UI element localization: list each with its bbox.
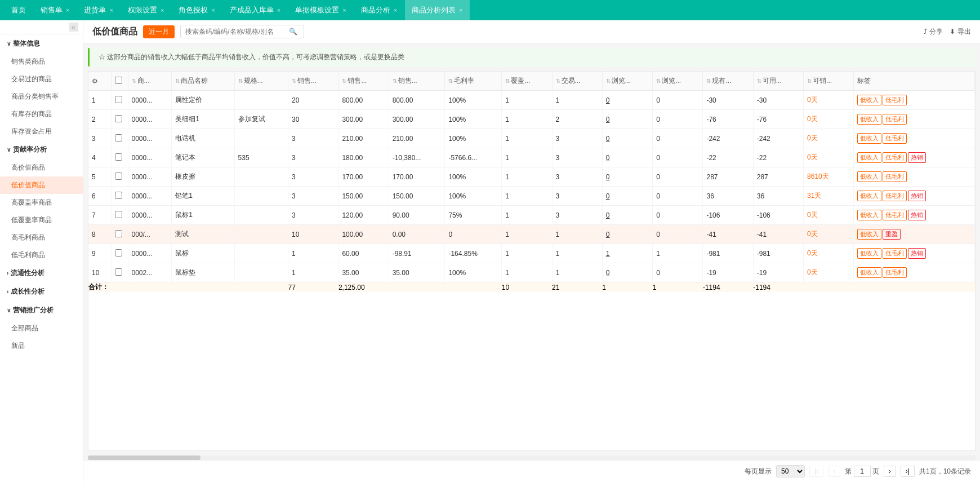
close-icon[interactable]: ×	[277, 7, 280, 14]
nav-inventory[interactable]: 产成品入库单 ×	[223, 0, 287, 20]
row-select-checkbox[interactable]	[115, 173, 122, 180]
row-views1[interactable]: 0	[602, 206, 652, 225]
select-all-checkbox[interactable]	[115, 77, 122, 84]
sidebar-collapse-button[interactable]: «	[69, 23, 78, 32]
gear-icon[interactable]: ⚙	[92, 77, 98, 85]
col-sales-qty[interactable]: ⇅销售...	[288, 72, 338, 91]
nav-permissions[interactable]: 权限设置 ×	[121, 0, 171, 20]
sidebar-item-stock-products[interactable]: 有库存的商品	[0, 105, 83, 123]
close-icon[interactable]: ×	[342, 7, 346, 14]
sidebar-item-stock-capital[interactable]: 库存资金占用	[0, 123, 83, 140]
page-size-select[interactable]: 50 100 200	[776, 465, 805, 477]
row-views1[interactable]: 0	[602, 167, 652, 187]
sidebar-item-sales-products[interactable]: 销售类商品	[0, 53, 83, 70]
page-number-input[interactable]	[854, 466, 871, 477]
last-page-button[interactable]: ›|	[901, 466, 915, 477]
col-sales-amt2[interactable]: ⇅销售...	[389, 72, 445, 91]
row-checkbox[interactable]	[111, 244, 128, 263]
row-views1[interactable]: 0	[602, 187, 652, 206]
row-checkbox[interactable]	[111, 148, 128, 167]
sidebar-group-contribution[interactable]: ∨ 贡献率分析	[0, 140, 83, 159]
nav-templates[interactable]: 单据模板设置 ×	[288, 0, 353, 20]
sidebar-item-high-coverage[interactable]: 高覆盖率商品	[0, 194, 83, 211]
sidebar-item-low-profit[interactable]: 低毛利商品	[0, 246, 83, 264]
views-link[interactable]: 0	[606, 211, 610, 219]
row-views1[interactable]: 1	[602, 244, 652, 263]
row-checkbox[interactable]	[111, 129, 128, 148]
row-select-checkbox[interactable]	[115, 134, 122, 141]
share-button[interactable]: ⤴ 分享	[924, 27, 943, 37]
first-page-button[interactable]: |‹	[809, 466, 823, 477]
prev-page-button[interactable]: ‹	[828, 466, 840, 477]
export-button[interactable]: ⬇ 导出	[950, 27, 971, 37]
sidebar-item-new-products[interactable]: 新品	[0, 337, 83, 355]
col-stock-avail[interactable]: ⇅可用...	[753, 72, 803, 91]
views-link[interactable]: 0	[606, 231, 610, 238]
row-views1[interactable]: 0	[602, 225, 652, 244]
sidebar-item-high-profit[interactable]: 高毛利商品	[0, 229, 83, 246]
row-views1[interactable]: 0	[602, 129, 652, 148]
nav-home[interactable]: 首页	[5, 0, 33, 20]
row-views1[interactable]: 0	[602, 148, 652, 167]
search-input[interactable]	[185, 28, 287, 36]
col-settings[interactable]: ⚙	[88, 72, 111, 91]
sidebar-item-traded-products[interactable]: 交易过的商品	[0, 70, 83, 88]
row-select-checkbox[interactable]	[115, 249, 122, 257]
views-link[interactable]: 0	[606, 192, 610, 200]
row-views1[interactable]: 0	[602, 91, 652, 110]
row-views1[interactable]: 0	[602, 110, 652, 129]
close-icon[interactable]: ×	[66, 7, 69, 14]
sidebar-item-high-value[interactable]: 高价值商品	[0, 159, 83, 176]
row-checkbox[interactable]	[111, 91, 128, 110]
col-gross-rate[interactable]: ⇅毛利率	[445, 72, 502, 91]
views-link[interactable]: 0	[606, 269, 610, 277]
row-select-checkbox[interactable]	[115, 230, 122, 237]
row-checkbox[interactable]	[111, 110, 128, 129]
views-link[interactable]: 0	[606, 135, 610, 143]
filter-button[interactable]: 近一月	[143, 25, 175, 38]
col-views2[interactable]: ⇅浏览...	[653, 72, 703, 91]
row-views1[interactable]: 0	[602, 263, 652, 282]
next-page-button[interactable]: ›	[884, 466, 896, 477]
nav-roles[interactable]: 角色授权 ×	[172, 0, 221, 20]
row-checkbox[interactable]	[111, 167, 128, 187]
row-select-checkbox[interactable]	[115, 268, 122, 276]
close-icon[interactable]: ×	[211, 7, 215, 14]
col-name[interactable]: ⇅商品名称	[172, 72, 234, 91]
col-transactions[interactable]: ⇅交易...	[552, 72, 602, 91]
nav-product-analysis-list[interactable]: 商品分析列表 ×	[405, 0, 469, 20]
row-select-checkbox[interactable]	[115, 96, 122, 103]
sidebar-group-overall[interactable]: ∨ 整体信息	[0, 34, 83, 53]
nav-purchase[interactable]: 进货单 ×	[77, 0, 119, 20]
col-checkbox[interactable]	[111, 72, 128, 91]
col-sales-amt[interactable]: ⇅销售...	[338, 72, 389, 91]
views-link[interactable]: 0	[606, 154, 610, 162]
sidebar-group-marketing[interactable]: ∨ 营销推广分析	[0, 301, 83, 320]
views-link[interactable]: 0	[606, 173, 610, 181]
row-select-checkbox[interactable]	[115, 153, 122, 161]
row-select-checkbox[interactable]	[115, 115, 122, 122]
col-coverage[interactable]: ⇅覆盖...	[502, 72, 552, 91]
row-select-checkbox[interactable]	[115, 192, 122, 199]
close-icon[interactable]: ×	[394, 7, 397, 14]
sidebar-item-low-value[interactable]: 低价值商品	[0, 176, 83, 194]
search-icon[interactable]: 🔍	[289, 28, 297, 36]
sidebar-item-low-coverage[interactable]: 低覆盖率商品	[0, 211, 83, 229]
row-select-checkbox[interactable]	[115, 211, 122, 218]
views-link[interactable]: 0	[606, 116, 610, 123]
sidebar-item-category-sales[interactable]: 商品分类销售率	[0, 88, 83, 105]
row-checkbox[interactable]	[111, 263, 128, 282]
sidebar-group-growth[interactable]: › 成长性分析	[0, 282, 83, 301]
nav-sales[interactable]: 销售单 ×	[34, 0, 76, 20]
nav-product-analysis[interactable]: 商品分析 ×	[354, 0, 404, 20]
col-stock-now[interactable]: ⇅现有...	[703, 72, 753, 91]
col-spec[interactable]: ⇅规格...	[234, 72, 288, 91]
horizontal-scrollbar[interactable]	[88, 456, 975, 460]
sidebar-group-liquidity[interactable]: › 流通性分析	[0, 264, 83, 282]
row-checkbox[interactable]	[111, 206, 128, 225]
views-link[interactable]: 0	[606, 96, 610, 104]
col-days[interactable]: ⇅可销...	[804, 72, 854, 91]
col-views1[interactable]: ⇅浏览...	[602, 72, 652, 91]
col-code[interactable]: ⇅商...	[128, 72, 172, 91]
close-icon[interactable]: ×	[161, 7, 164, 14]
